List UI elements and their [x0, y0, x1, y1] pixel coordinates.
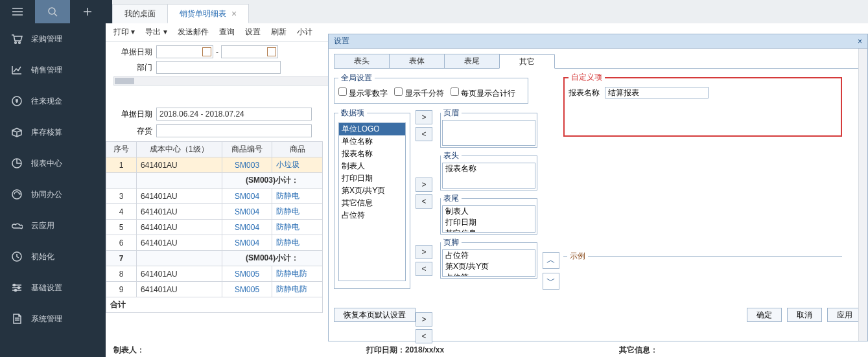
sidebar-item-label: 库存核算 [31, 127, 62, 138]
sec-pagefooter-list[interactable]: 占位符第X页/共Y页占位符 [442, 249, 535, 277]
chk-total[interactable]: 每页显示合计行 [451, 87, 515, 99]
refresh-button[interactable]: 刷新 [271, 27, 287, 38]
plus-icon[interactable] [70, 0, 105, 23]
move-down-button[interactable]: ﹀ [543, 273, 559, 290]
svg-point-0 [49, 8, 55, 14]
section-item[interactable]: 占位符 [443, 272, 535, 277]
calendar-icon[interactable] [267, 47, 276, 56]
date-range-value: 2018.06.24 - 2018.07.24 [156, 108, 312, 121]
dept-input[interactable] [156, 61, 281, 74]
data-item[interactable]: 占位符 [339, 209, 405, 222]
tab-body[interactable]: 表体 [389, 54, 445, 68]
calendar-icon[interactable] [202, 47, 211, 56]
apply-button[interactable]: 应用 [827, 308, 862, 322]
chk-thousand-box[interactable] [394, 87, 403, 96]
sidebar-item-system[interactable]: 系统管理 [0, 303, 106, 334]
custom-panel: 自定义项 报表名称 [563, 72, 842, 137]
table-row[interactable]: (SM003)小计： [106, 173, 323, 189]
cancel-button[interactable]: 取消 [787, 308, 822, 322]
subtotal-button[interactable]: 小计 [297, 27, 312, 38]
th-name[interactable]: 商品 [272, 142, 323, 157]
table-row[interactable]: 8641401AUSM005防静电防 [106, 266, 323, 282]
sliders-icon [10, 281, 23, 294]
table-row[interactable]: 5641401AUSM004防静电 [106, 220, 323, 235]
modal-v-scrollbar[interactable] [858, 49, 867, 341]
date-to-input[interactable] [221, 45, 278, 58]
sec-pagefooter-legend: 页脚 [441, 237, 462, 248]
table-row[interactable]: 6641401AUSM004防静电 [106, 235, 323, 251]
move-up-button[interactable]: ︿ [543, 252, 559, 269]
data-item[interactable]: 单位名称 [339, 135, 405, 148]
export-button[interactable]: 导出 ▾ [145, 27, 167, 38]
print-button[interactable]: 打印 ▾ [113, 27, 135, 38]
chk-total-box[interactable] [451, 87, 459, 96]
hamburger-icon[interactable] [0, 0, 35, 23]
search-icon[interactable] [35, 0, 70, 23]
tab-desktop[interactable]: 我的桌面 [112, 4, 168, 23]
tab-header[interactable]: 表头 [334, 54, 390, 68]
sidebar-item-basic[interactable]: 基础设置 [0, 272, 106, 303]
sidebar-item-cloud[interactable]: 云应用 [0, 210, 106, 241]
sidebar-item-reports[interactable]: 报表中心 [0, 148, 106, 179]
sidebar-item-collab[interactable]: 协同办公 [0, 179, 106, 210]
date-from-input[interactable] [156, 45, 213, 58]
move-right-2[interactable]: > [416, 178, 432, 192]
sec-tblheader-list[interactable]: 报表名称 [442, 163, 535, 189]
move-left-3[interactable]: < [416, 262, 432, 276]
section-item[interactable]: 占位符 [443, 250, 535, 261]
th-seq[interactable]: 序号 [106, 142, 137, 157]
sidebar-item-sales[interactable]: 销售管理 [0, 54, 106, 86]
chk-thousand[interactable]: 显示千分符 [394, 87, 443, 99]
pie-icon [10, 157, 23, 170]
sidebar-item-inventory[interactable]: 库存核算 [0, 117, 106, 148]
close-icon[interactable]: × [231, 8, 237, 19]
data-items-list[interactable]: 单位LOGO单位名称报表名称制表人打印日期第X页/共Y页其它信息占位符 [338, 122, 406, 281]
query-button[interactable]: 查询 [219, 27, 235, 38]
move-left-2[interactable]: < [416, 194, 432, 209]
sec-pageheader-list[interactable] [442, 120, 535, 146]
move-right-3[interactable]: > [416, 245, 432, 259]
svg-point-7 [14, 284, 16, 286]
move-left-4[interactable]: < [416, 329, 432, 343]
ok-button[interactable]: 确定 [747, 308, 782, 322]
table-row[interactable]: 7(SM004)小计： [106, 251, 323, 266]
table-row[interactable]: 4641401AUSM004防静电 [106, 204, 323, 220]
chk-zero-box[interactable] [338, 87, 347, 96]
report-name-input[interactable] [605, 87, 709, 98]
modal-tabs: 表头 表体 表尾 其它 [334, 54, 862, 69]
section-item[interactable]: 打印日期 [443, 217, 535, 228]
th-code[interactable]: 商品编号 [222, 142, 272, 157]
sec-tblfooter-list[interactable]: 制表人打印日期其它信息 [442, 205, 535, 233]
tab-other[interactable]: 其它 [499, 54, 555, 69]
tab-sales-detail[interactable]: 销货单明细表 × [167, 4, 249, 23]
data-item[interactable]: 报表名称 [339, 148, 405, 160]
sidebar-item-cash[interactable]: 往来现金 [0, 86, 106, 117]
restore-default-button[interactable]: 恢复本页默认设置 [334, 308, 416, 322]
section-item[interactable]: 第X页/共Y页 [443, 261, 535, 272]
table-row[interactable]: 3641401AUSM004防静电 [106, 189, 323, 204]
section-item[interactable]: 报表名称 [443, 163, 535, 174]
sidebar-item-purchase[interactable]: 采购管理 [0, 23, 106, 54]
move-right-1[interactable]: > [416, 110, 432, 124]
table-row[interactable]: 1641401AUSM003小垃圾 [106, 157, 323, 173]
data-item[interactable]: 单位LOGO [339, 123, 405, 135]
section-item[interactable]: 制表人 [443, 206, 535, 217]
sendmail-button[interactable]: 发送邮件 [178, 27, 209, 38]
data-item[interactable]: 打印日期 [339, 172, 405, 185]
sidebar: 采购管理 销售管理 往来现金 库存核算 报表中心 协同办公 云应用 初始化 基础… [0, 23, 106, 357]
table-row[interactable]: 9641401AUSM005防静电防 [106, 282, 323, 297]
settings-button[interactable]: 设置 [245, 27, 261, 38]
th-cc[interactable]: 成本中心（1级） [137, 142, 222, 157]
data-item[interactable]: 其它信息 [339, 197, 405, 209]
data-item[interactable]: 制表人 [339, 160, 405, 172]
example-panel: 示例 [563, 251, 842, 270]
data-item[interactable]: 第X页/共Y页 [339, 185, 405, 197]
modal-titlebar[interactable]: 设置 × [329, 34, 867, 49]
sidebar-item-init[interactable]: 初始化 [0, 241, 106, 272]
close-icon[interactable]: × [858, 37, 862, 46]
sidebar-item-label: 销售管理 [31, 65, 62, 76]
tab-footer[interactable]: 表尾 [444, 54, 500, 68]
move-left-1[interactable]: < [416, 127, 432, 141]
section-item[interactable]: 其它信息 [443, 228, 535, 233]
chk-zero[interactable]: 显示零数字 [338, 87, 388, 99]
